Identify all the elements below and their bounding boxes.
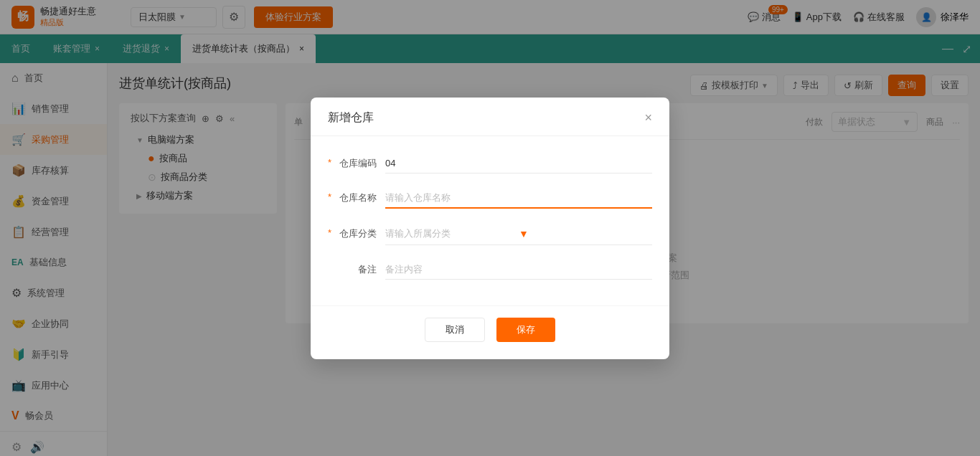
code-input[interactable] bbox=[385, 153, 652, 174]
form-row-code: 仓库编码 bbox=[328, 153, 652, 174]
modal-new-warehouse: 新增仓库 × 仓库编码 仓库名称 仓库分类 请输入所属分类 ▼ bbox=[311, 98, 669, 359]
category-select[interactable]: 请输入所属分类 ▼ bbox=[385, 223, 652, 245]
category-label: 仓库分类 bbox=[328, 227, 385, 240]
name-input[interactable] bbox=[385, 188, 652, 209]
form-row-category: 仓库分类 请输入所属分类 ▼ bbox=[328, 223, 652, 245]
name-label: 仓库名称 bbox=[328, 191, 385, 204]
modal-overlay: 新增仓库 × 仓库编码 仓库名称 仓库分类 请输入所属分类 ▼ bbox=[0, 0, 980, 456]
note-label: 备注 bbox=[328, 263, 385, 276]
category-placeholder: 请输入所属分类 bbox=[385, 227, 519, 240]
modal-title: 新增仓库 bbox=[328, 110, 374, 125]
category-down-arrow: ▼ bbox=[519, 228, 652, 239]
modal-close-button[interactable]: × bbox=[644, 110, 652, 125]
form-row-name: 仓库名称 bbox=[328, 188, 652, 209]
cancel-button[interactable]: 取消 bbox=[425, 318, 485, 342]
modal-footer: 取消 保存 bbox=[311, 305, 669, 359]
save-button[interactable]: 保存 bbox=[496, 318, 555, 342]
code-label: 仓库编码 bbox=[328, 157, 385, 170]
note-input[interactable] bbox=[385, 260, 652, 280]
modal-header: 新增仓库 × bbox=[311, 98, 669, 136]
form-row-note: 备注 bbox=[328, 260, 652, 280]
modal-body: 仓库编码 仓库名称 仓库分类 请输入所属分类 ▼ 备注 bbox=[311, 136, 669, 305]
